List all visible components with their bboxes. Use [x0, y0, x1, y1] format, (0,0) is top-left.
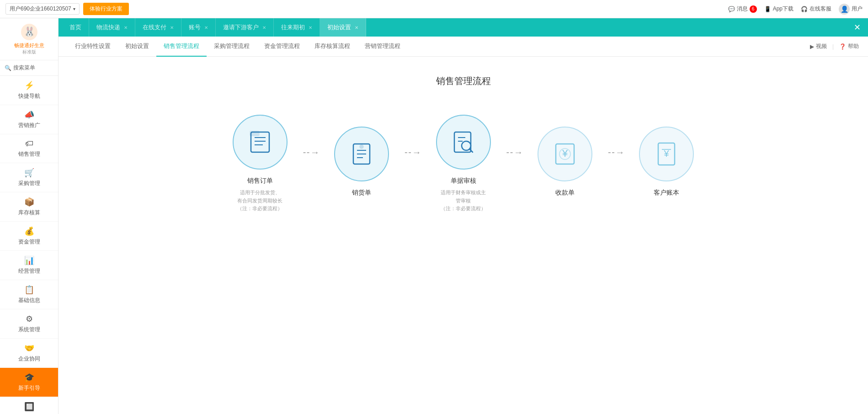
sales-mgmt-icon: 🏷	[25, 139, 33, 149]
sub-tab-finance-flow[interactable]: 资金管理流程	[257, 37, 307, 57]
nav-tab-account[interactable]: 账号 ✕	[181, 18, 216, 37]
sub-tab-label: 初始设置	[125, 42, 149, 49]
close-icon[interactable]: ✕	[124, 25, 128, 30]
sidebar-item-system-mgmt[interactable]: ⚙ 系统管理	[0, 309, 58, 339]
nav-tab-home[interactable]: 首页	[62, 18, 89, 37]
message-icon: 💬	[728, 6, 735, 12]
sub-tab-label: 销售管理流程	[164, 42, 199, 49]
sidebar-item-label: 资金管理	[18, 238, 40, 246]
sidebar-item-app-center[interactable]: 🔲 应用中心	[0, 397, 58, 414]
headset-icon: 🎧	[801, 6, 808, 12]
sidebar-item-enterprise-collab[interactable]: 🤝 企业协同	[0, 339, 58, 368]
step-circle-sales-invoice	[334, 127, 389, 181]
close-icon[interactable]: ✕	[309, 25, 312, 30]
search-label: 搜索菜单	[13, 64, 35, 72]
video-label: 视频	[816, 42, 827, 50]
finance-mgmt-icon: 💰	[24, 226, 34, 236]
user-avatar-item[interactable]: 👤 用户	[839, 4, 863, 15]
flow-step-receipt[interactable]: ¥ 收款单	[524, 127, 606, 201]
help-icon: ❓	[839, 43, 846, 50]
sub-tab-industry-settings[interactable]: 行业特性设置	[68, 37, 118, 57]
phone-icon: 📱	[764, 6, 771, 12]
marketing-promo-icon: 📣	[24, 110, 34, 120]
sidebar-item-sales-mgmt[interactable]: 🏷 销售管理	[0, 134, 58, 163]
sidebar-item-marketing-promo[interactable]: 📣 营销推广	[0, 105, 58, 134]
sub-tab-inventory-flow[interactable]: 库存核算流程	[307, 37, 357, 57]
nav-tab-period-init[interactable]: 往来期初 ✕	[274, 18, 320, 37]
sidebar-item-label: 系统管理	[18, 326, 40, 334]
enterprise-collab-icon: 🤝	[24, 343, 34, 353]
sidebar-item-label: 库存核算	[18, 209, 40, 217]
flow-step-doc-review[interactable]: 单据审核 适用于财务审核或主管审核（注：非必要流程）	[422, 115, 505, 213]
sidebar: 🐰 畅捷通好生意 标准版 🔍 搜索菜单 ⚡ 快捷导航 📣 营销推广 🏷 销售管理…	[0, 18, 59, 414]
step-circle-doc-review	[436, 115, 491, 170]
user-label: 用户	[852, 5, 863, 13]
video-help-link[interactable]: ▶ 视频	[810, 42, 827, 50]
nav-tab-initial-setup[interactable]: 初始设置 ✕	[320, 18, 366, 37]
step-circle-customer-ledger: ¥	[639, 127, 694, 181]
sub-tab-initial-setup[interactable]: 初始设置	[118, 37, 156, 57]
sidebar-item-label: 基础信息	[18, 297, 40, 304]
sub-tabs-left: 行业特性设置 初始设置 销售管理流程 采购管理流程 资金管理流程	[68, 37, 408, 56]
top-bar: 用户690企业1660120507 ▾ 体验行业方案 💬 消息 6 📱 App下…	[0, 0, 868, 18]
logo-text: 畅捷通好生意	[14, 42, 44, 49]
close-icon[interactable]: ✕	[204, 25, 208, 30]
help-link[interactable]: ❓ 帮助	[839, 42, 859, 50]
step-circle-sales-order	[233, 115, 288, 170]
sidebar-item-quick-nav[interactable]: ⚡ 快捷导航	[0, 76, 58, 105]
sidebar-item-label: 采购管理	[18, 180, 40, 187]
nav-tab-label: 往来期初	[281, 23, 305, 32]
nav-tab-payment[interactable]: 在线支付 ✕	[135, 18, 181, 37]
nav-tab-invite-downstream[interactable]: 邀请下游客户 ✕	[216, 18, 274, 37]
sidebar-item-label: 快捷导航	[18, 92, 40, 100]
sidebar-item-basic-info[interactable]: 📋 基础信息	[0, 280, 58, 309]
flow-step-sales-order[interactable]: 销售订单 适用于分批发货、有合同发货周期较长（注：非必要流程）	[219, 115, 301, 213]
flow-arrow-4: - - →	[608, 147, 623, 158]
avatar: 👤	[839, 4, 850, 15]
sidebar-item-inventory[interactable]: 📦 库存核算	[0, 192, 58, 222]
purchase-mgmt-icon: 🛒	[24, 168, 34, 178]
sidebar-item-purchase-mgmt[interactable]: 🛒 采购管理	[0, 163, 58, 192]
user-selector[interactable]: 用户690企业1660120507 ▾	[5, 3, 80, 15]
message-item[interactable]: 💬 消息 6	[728, 5, 757, 13]
sub-tab-purchase-flow[interactable]: 采购管理流程	[207, 37, 257, 57]
app-download-item[interactable]: 📱 App下载	[764, 5, 793, 13]
close-icon[interactable]: ✕	[355, 25, 358, 30]
sub-tab-label: 行业特性设置	[75, 42, 111, 49]
sub-tab-label: 营销管理流程	[365, 42, 400, 49]
online-service-item[interactable]: 🎧 在线客服	[801, 5, 831, 13]
svg-text:¥: ¥	[664, 149, 670, 159]
try-industry-button[interactable]: 体验行业方案	[83, 3, 129, 15]
logo-icon: 🐰	[20, 23, 38, 41]
page-content: 行业特性设置 初始设置 销售管理流程 采购管理流程 资金管理流程	[59, 37, 868, 414]
flow-arrow-3: - - →	[506, 147, 522, 158]
inventory-icon: 📦	[24, 197, 34, 207]
close-icon[interactable]: ✕	[262, 25, 266, 30]
step-desc-sales-order: 适用于分批发货、有合同发货周期较长（注：非必要流程）	[237, 189, 282, 213]
sidebar-item-new-user-guide[interactable]: 🎓 新手引导	[0, 368, 58, 397]
sidebar-item-finance-mgmt[interactable]: 💰 资金管理	[0, 222, 58, 251]
top-bar-left: 用户690企业1660120507 ▾ 体验行业方案	[5, 3, 129, 15]
sidebar-search[interactable]: 🔍 搜索菜单	[0, 60, 58, 76]
step-name-doc-review: 单据审核	[451, 177, 476, 185]
nav-tab-logistics[interactable]: 物流快递 ✕	[89, 18, 135, 37]
flow-arrow-1: - - →	[303, 147, 319, 158]
close-all-tabs-button[interactable]: ✕	[850, 22, 864, 32]
sidebar-item-ops-mgmt[interactable]: 📊 经营管理	[0, 251, 58, 280]
nav-tab-label: 初始设置	[327, 23, 351, 32]
step-name-customer-ledger: 客户账本	[654, 189, 679, 197]
sub-tab-label: 库存核算流程	[314, 42, 350, 49]
sub-tab-label: 采购管理流程	[214, 42, 250, 49]
flow-step-sales-invoice[interactable]: 销货单	[320, 127, 403, 201]
sub-tab-sales-flow[interactable]: 销售管理流程	[156, 37, 207, 57]
basic-info-icon: 📋	[24, 285, 34, 295]
app-layout: 🐰 畅捷通好生意 标准版 🔍 搜索菜单 ⚡ 快捷导航 📣 营销推广 🏷 销售管理…	[0, 18, 868, 414]
close-icon[interactable]: ✕	[170, 25, 174, 30]
top-bar-right: 💬 消息 6 📱 App下载 🎧 在线客服 👤 用户	[728, 4, 863, 15]
flow-step-customer-ledger[interactable]: ¥ 客户账本	[625, 127, 708, 201]
sub-tab-marketing-flow[interactable]: 营销管理流程	[357, 37, 408, 57]
sub-tabs: 行业特性设置 初始设置 销售管理流程 采购管理流程 资金管理流程	[59, 37, 868, 57]
sidebar-item-label: 经营管理	[18, 267, 40, 275]
user-selector-text: 用户690企业1660120507	[10, 5, 71, 13]
help-label: 帮助	[848, 42, 859, 50]
